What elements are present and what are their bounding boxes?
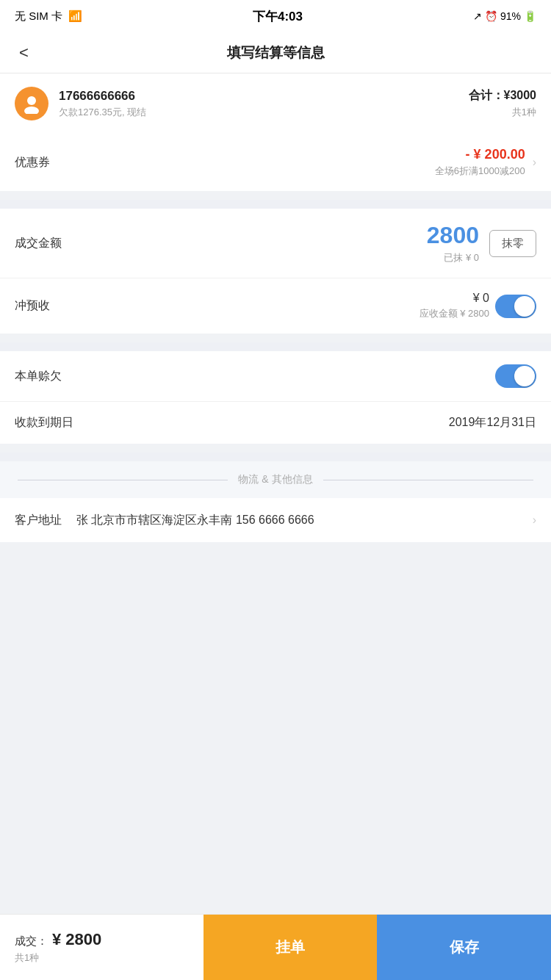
battery-icon: 🔋 [524,10,536,22]
customer-row: 17666666666 欠款1276.35元, 现结 合计：¥3000 共1种 [0,73,551,134]
customer-total: 合计：¥3000 共1种 [469,88,537,119]
svg-point-0 [27,96,36,105]
debt-label: 本单赊欠 [15,369,62,384]
total-count: 共1种 [469,106,537,119]
logistics-divider: 物流 & 其他信息 [0,461,551,498]
customer-card: 17666666666 欠款1276.35元, 现结 合计：¥3000 共1种 … [0,73,551,191]
deal-amount-label: 成交金额 [15,236,62,251]
coupon-col: - ¥ 200.00 全场6折满1000减200 [435,147,525,178]
coupon-label: 优惠券 [15,155,50,170]
location-icon: ↗ [473,10,482,22]
due-date-value: 2019年12月31日 [449,415,536,430]
customer-phone: 17666666666 [59,89,469,104]
customer-info: 17666666666 欠款1276.35元, 现结 [59,89,469,119]
footer-count: 共1种 [15,951,189,965]
deal-amount-sub: 已抹 ¥ 0 [427,251,479,264]
avatar [15,87,48,120]
battery-text: 91% [500,10,521,22]
deal-amount-col: 2800 已抹 ¥ 0 [427,222,479,264]
nav-bar: < 填写结算等信息 [0,32,551,73]
total-amount: 合计：¥3000 [469,88,537,104]
page-title: 填写结算等信息 [227,43,325,62]
coupon-discount: - ¥ 200.00 [435,147,525,162]
prepay-row: 冲预收 ¥ 0 应收金额 ¥ 2800 [0,278,551,334]
no-sim-text: 无 SIM 卡 [15,10,62,24]
divider-3 [0,453,551,461]
chevron-right-icon: › [533,156,536,169]
deal-amount-row: 成交金额 2800 已抹 ¥ 0 抹零 [0,209,551,278]
wifi-icon: 📶 [68,10,82,23]
prepay-label: 冲预收 [15,298,50,314]
due-date-label: 收款到期日 [15,415,73,430]
round-zero-button[interactable]: 抹零 [489,230,536,257]
customer-note: 欠款1276.35元, 现结 [59,106,469,119]
address-label: 客户地址 [15,513,62,528]
prepay-right: ¥ 0 应收金额 ¥ 2800 [419,292,536,320]
divider-1 [0,200,551,209]
address-row[interactable]: 客户地址 张 北京市市辖区海淀区永丰南 156 6666 6666 › [0,498,551,542]
content: 17666666666 欠款1276.35元, 现结 合计：¥3000 共1种 … [0,73,551,733]
footer-deal: 成交： ¥ 2800 [15,930,189,949]
status-left: 无 SIM 卡 📶 [15,10,82,24]
back-button[interactable]: < [13,37,35,68]
alarm-icon: ⏰ [485,10,497,22]
address-chevron-icon: › [533,514,536,527]
prepay-toggle[interactable] [495,295,536,318]
deal-right: 2800 已抹 ¥ 0 抹零 [427,222,536,264]
avatar-icon [21,93,42,114]
status-time: 下午4:03 [253,8,303,25]
logistics-text: 物流 & 其他信息 [228,473,323,486]
footer-deal-label: 成交： [15,934,48,948]
prepay-value: ¥ 0 [419,292,489,305]
divider-2 [0,342,551,351]
deal-amount-value: 2800 [427,222,479,249]
footer-deal-amount: ¥ 2800 [52,930,101,949]
due-date-row: 收款到期日 2019年12月31日 [0,401,551,444]
logistics-line-right [323,480,533,480]
coupon-right: - ¥ 200.00 全场6折满1000减200 › [435,147,536,178]
logistics-line-left [18,480,228,480]
footer-info: 成交： ¥ 2800 共1种 [0,930,204,965]
debt-card: 本单赊欠 收款到期日 2019年12月31日 [0,351,551,444]
debt-toggle[interactable] [495,364,536,388]
save-button[interactable]: 保存 [377,915,551,980]
prepay-sub: 应收金额 ¥ 2800 [419,307,489,320]
coupon-desc: 全场6折满1000减200 [435,165,525,178]
status-right: ↗ ⏰ 91% 🔋 [473,10,536,22]
debt-row: 本单赊欠 [0,351,551,401]
hang-button[interactable]: 挂单 [204,915,378,980]
coupon-row[interactable]: 优惠券 - ¥ 200.00 全场6折满1000减200 › [0,134,551,191]
deal-card: 成交金额 2800 已抹 ¥ 0 抹零 冲预收 ¥ 0 应收金额 ¥ 2800 [0,209,551,334]
footer: 成交： ¥ 2800 共1种 挂单 保存 [0,914,551,980]
empty-space [0,542,551,660]
status-bar: 无 SIM 卡 📶 下午4:03 ↗ ⏰ 91% 🔋 [0,0,551,32]
prepay-value-col: ¥ 0 应收金额 ¥ 2800 [419,292,489,320]
debt-toggle-knob [514,366,535,386]
debt-right [495,364,536,388]
svg-point-1 [24,107,39,114]
toggle-knob [514,296,535,317]
address-value: 张 北京市市辖区海淀区永丰南 156 6666 6666 [76,511,518,529]
